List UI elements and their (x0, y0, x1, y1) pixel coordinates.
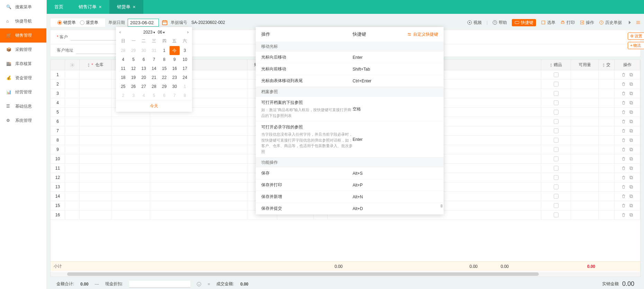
copy-icon[interactable] (629, 213, 634, 217)
calendar-icon[interactable] (162, 19, 168, 26)
copy-icon[interactable] (629, 175, 634, 180)
logistics-button[interactable]: + 物流 (628, 42, 644, 49)
copy-icon[interactable] (629, 110, 634, 115)
calendar-day[interactable]: 今 (170, 46, 180, 55)
calendar-day[interactable]: 5 (128, 55, 139, 64)
copy-icon[interactable] (629, 119, 634, 124)
calendar-day[interactable]: 2 (118, 91, 128, 100)
gift-checkbox[interactable] (541, 154, 571, 163)
th-deliver[interactable]: ▲▼交 (599, 60, 615, 70)
cal-month-select[interactable]: 06▾ (158, 30, 165, 35)
copy-icon[interactable] (629, 203, 634, 208)
calendar-day[interactable]: 23 (170, 73, 180, 82)
calendar-day[interactable]: 3 (180, 46, 190, 55)
operate-button[interactable]: 操作 (580, 20, 594, 26)
gift-checkbox[interactable] (541, 145, 571, 154)
cal-prev-icon[interactable]: ‹ (119, 30, 121, 35)
sidebar-item-5[interactable]: 💰资金管理 (0, 71, 46, 85)
calendar-day[interactable]: 4 (138, 91, 149, 100)
copy-icon[interactable] (629, 184, 634, 189)
delete-icon[interactable] (621, 119, 626, 124)
gift-checkbox[interactable] (541, 136, 571, 145)
delete-icon[interactable] (621, 100, 626, 105)
tab-1[interactable]: 销售订单✕ (71, 0, 109, 14)
calendar-day[interactable]: 11 (118, 64, 128, 73)
copy-icon[interactable] (629, 194, 634, 199)
calendar-day[interactable]: 5 (149, 91, 159, 100)
sidebar-item-2[interactable]: 🛒销售管理 (0, 28, 46, 43)
chevron-right-icon[interactable] (629, 21, 631, 24)
history-button[interactable]: 历史单据 (599, 20, 622, 26)
gift-checkbox[interactable] (541, 89, 571, 98)
calendar-day[interactable]: 27 (138, 82, 149, 91)
calendar-day[interactable]: 12 (128, 64, 139, 73)
gift-checkbox[interactable] (541, 192, 571, 201)
calendar-day[interactable]: 22 (159, 73, 170, 82)
calendar-day[interactable]: 28 (118, 46, 128, 55)
horizontal-scrollbar[interactable] (51, 272, 640, 277)
customize-shortcuts-button[interactable]: 自定义快捷键 (407, 31, 438, 37)
gift-checkbox[interactable] (541, 108, 571, 117)
copy-icon[interactable] (629, 91, 634, 96)
calendar-day[interactable]: 17 (180, 64, 190, 73)
radio-sale[interactable]: 销货单 (57, 20, 76, 26)
calendar-day[interactable]: 16 (170, 64, 180, 73)
copy-icon[interactable] (629, 166, 634, 171)
delete-icon[interactable] (621, 72, 626, 77)
tab-2[interactable]: 销货单✕ (109, 0, 143, 14)
delete-icon[interactable] (621, 128, 626, 133)
gift-checkbox[interactable] (541, 210, 571, 219)
sidebar-item-8[interactable]: ⚙系统管理 (0, 114, 46, 128)
th-gear[interactable] (65, 60, 80, 70)
gift-checkbox[interactable] (541, 70, 571, 79)
hotkey-button[interactable]: 快捷键 (512, 19, 536, 26)
calendar-day[interactable]: 26 (128, 82, 139, 91)
copy-icon[interactable] (629, 128, 634, 133)
calendar-day[interactable]: 6 (138, 55, 149, 64)
calendar-day[interactable]: 29 (159, 82, 170, 91)
calendar-day[interactable]: 10 (180, 55, 190, 64)
calendar-day[interactable]: 24 (180, 73, 190, 82)
date-input[interactable] (128, 19, 159, 27)
calendar-day[interactable]: 18 (118, 73, 128, 82)
calendar-day[interactable]: 1 (159, 46, 170, 55)
calendar-day[interactable]: 21 (149, 73, 159, 82)
calendar-day[interactable]: 25 (118, 82, 128, 91)
info-icon[interactable] (197, 282, 201, 287)
calendar-day[interactable]: 7 (149, 55, 159, 64)
delete-icon[interactable] (621, 91, 626, 96)
select-doc-button[interactable]: 选单 (541, 20, 555, 26)
settings-button[interactable]: ⚙ 设置 (628, 33, 644, 40)
delete-icon[interactable] (621, 194, 626, 199)
sidebar-item-4[interactable]: 🏬库存核算 (0, 57, 46, 71)
sidebar-item-7[interactable]: ☰基础信息 (0, 99, 46, 114)
delete-icon[interactable] (621, 175, 626, 180)
calendar-day[interactable]: 6 (159, 91, 170, 100)
th-warehouse[interactable]: ▲▼*仓库 (80, 60, 111, 70)
delete-icon[interactable] (621, 82, 626, 87)
sidebar-item-6[interactable]: 📊经营管理 (0, 85, 46, 99)
print-button[interactable]: 打印 (560, 20, 575, 26)
tab-0[interactable]: 首页 (47, 0, 71, 14)
copy-icon[interactable] (629, 138, 634, 143)
close-icon[interactable]: ✕ (133, 5, 136, 9)
calendar-day[interactable]: 15 (159, 64, 170, 73)
copy-icon[interactable] (629, 147, 634, 152)
delete-icon[interactable] (621, 184, 626, 189)
gift-checkbox[interactable] (541, 126, 571, 135)
delete-icon[interactable] (621, 110, 626, 115)
delete-icon[interactable] (621, 203, 626, 208)
gift-checkbox[interactable] (541, 117, 571, 126)
radio-return[interactable]: 退货单 (80, 20, 98, 26)
calendar-day[interactable]: 4 (118, 55, 128, 64)
calendar-day[interactable]: 19 (128, 73, 139, 82)
delete-icon[interactable] (621, 166, 626, 171)
sidebar-item-3[interactable]: 📦采购管理 (0, 43, 46, 57)
copy-icon[interactable] (629, 100, 634, 105)
gift-checkbox[interactable] (541, 80, 571, 89)
calendar-day[interactable]: 13 (138, 64, 149, 73)
calendar-day[interactable]: 20 (138, 73, 149, 82)
calendar-day[interactable]: 8 (180, 91, 190, 100)
calendar-day[interactable]: 31 (149, 46, 159, 55)
gift-checkbox[interactable] (541, 182, 571, 191)
